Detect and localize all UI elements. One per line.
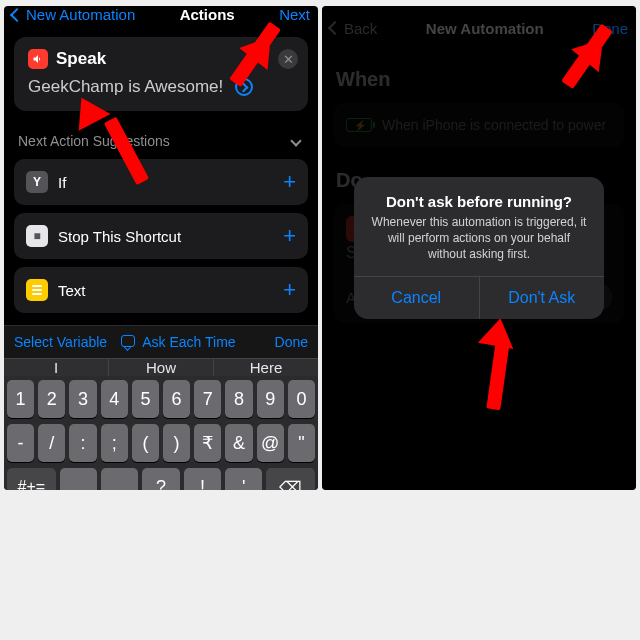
branch-icon: Y (26, 171, 48, 193)
chevron-left-icon (10, 7, 24, 21)
suggestion-label: Text (58, 282, 86, 299)
key-0[interactable]: 0 (288, 380, 315, 418)
keyboard-row-numbers: 1 2 3 4 5 6 7 8 9 0 (7, 380, 315, 418)
key-7[interactable]: 7 (194, 380, 221, 418)
key-6[interactable]: 6 (163, 380, 190, 418)
key-exclaim[interactable]: ! (184, 468, 221, 490)
suggestion-label: Stop This Shortcut (58, 228, 181, 245)
nav-title: Actions (180, 6, 235, 23)
confirm-alert: Don't ask before running? Whenever this … (354, 177, 604, 320)
speak-text-value[interactable]: GeekChamp is Awesome! (28, 77, 223, 97)
alert-confirm-button[interactable]: Don't Ask (480, 277, 605, 319)
next-button[interactable]: Next (279, 6, 310, 23)
back-button[interactable]: New Automation (12, 6, 135, 23)
key-comma[interactable]: , (101, 468, 138, 490)
screen-automation-summary: Back New Automation Done When ⚡ When iPh… (322, 6, 636, 490)
key-4[interactable]: 4 (101, 380, 128, 418)
key-backspace[interactable]: ⌫ (266, 468, 315, 490)
suggestions-title: Next Action Suggestions (18, 133, 170, 149)
speak-action-label: Speak (56, 49, 106, 69)
alert-title: Don't ask before running? (354, 177, 604, 214)
suggestion-label: If (58, 174, 66, 191)
chevron-down-icon (290, 135, 301, 146)
suggestion-word[interactable]: How (109, 359, 214, 376)
select-variable-button[interactable]: Select Variable (14, 334, 107, 350)
suggestion-if[interactable]: Y If + (14, 159, 308, 205)
key-dash[interactable]: - (7, 424, 34, 462)
add-icon[interactable]: + (283, 169, 296, 195)
prompt-icon (121, 335, 135, 347)
action-speak-card[interactable]: Speak GeekChamp is Awesome! ✕ (14, 37, 308, 111)
screen-actions-editor: New Automation Actions Next Speak GeekCh… (4, 6, 318, 490)
add-icon[interactable]: + (283, 277, 296, 303)
keyboard-row-punct2: #+= . , ? ! ' ⌫ (7, 468, 315, 490)
suggestion-word[interactable]: Here (214, 359, 318, 376)
key-slash[interactable]: / (38, 424, 65, 462)
text-icon (26, 279, 48, 301)
alert-cancel-button[interactable]: Cancel (354, 277, 480, 319)
stop-icon: ■ (26, 225, 48, 247)
key-question[interactable]: ? (142, 468, 179, 490)
expand-params-icon[interactable] (235, 78, 253, 96)
key-semicolon[interactable]: ; (101, 424, 128, 462)
suggestions-header[interactable]: Next Action Suggestions (4, 119, 318, 155)
autocorrect-bar: I How Here (4, 358, 318, 376)
key-9[interactable]: 9 (257, 380, 284, 418)
key-rparen[interactable]: ) (163, 424, 190, 462)
suggestion-word[interactable]: I (4, 359, 109, 376)
key-8[interactable]: 8 (225, 380, 252, 418)
key-at[interactable]: @ (257, 424, 284, 462)
key-amp[interactable]: & (225, 424, 252, 462)
ask-each-time-button[interactable]: Ask Each Time (121, 334, 236, 350)
add-icon[interactable]: + (283, 223, 296, 249)
speaker-icon (28, 49, 48, 69)
keyboard: 1 2 3 4 5 6 7 8 9 0 - / : ; ( ) ₹ & @ " … (4, 376, 318, 490)
alert-overlay: Don't ask before running? Whenever this … (322, 6, 636, 490)
key-lparen[interactable]: ( (132, 424, 159, 462)
key-3[interactable]: 3 (69, 380, 96, 418)
back-label: New Automation (26, 6, 135, 23)
keyboard-accessory-bar: Select Variable Ask Each Time Done (4, 325, 318, 358)
key-5[interactable]: 5 (132, 380, 159, 418)
key-rupee[interactable]: ₹ (194, 424, 221, 462)
key-period[interactable]: . (60, 468, 97, 490)
alert-message: Whenever this automation is triggered, i… (354, 214, 604, 277)
key-1[interactable]: 1 (7, 380, 34, 418)
accessory-done-button[interactable]: Done (275, 334, 308, 350)
key-quote[interactable]: " (288, 424, 315, 462)
keyboard-row-punct1: - / : ; ( ) ₹ & @ " (7, 424, 315, 462)
suggestion-text[interactable]: Text + (14, 267, 308, 313)
clear-action-button[interactable]: ✕ (278, 49, 298, 69)
key-colon[interactable]: : (69, 424, 96, 462)
key-symbols[interactable]: #+= (7, 468, 56, 490)
key-2[interactable]: 2 (38, 380, 65, 418)
suggestion-stop[interactable]: ■ Stop This Shortcut + (14, 213, 308, 259)
key-apos[interactable]: ' (225, 468, 262, 490)
nav-bar: New Automation Actions Next (4, 6, 318, 23)
